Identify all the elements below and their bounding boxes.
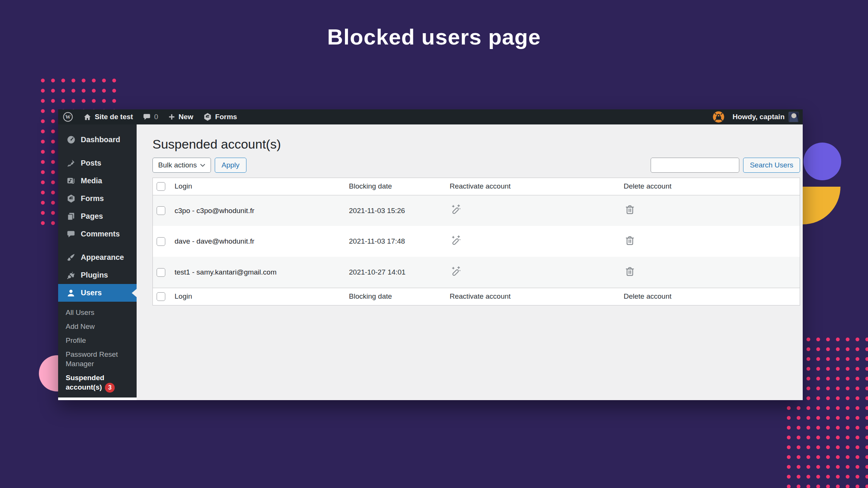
column-login: Login [175, 182, 192, 190]
sidebar-label-forms: Forms [81, 194, 104, 203]
column-reactivate: Reactivate account [450, 182, 511, 190]
plus-icon [168, 113, 175, 121]
comments-count: 0 [154, 113, 158, 121]
sidebar-label-comments: Comments [81, 230, 120, 238]
site-name: Site de test [95, 113, 133, 121]
blocking-date-value: 2021-10-27 14:01 [345, 257, 446, 288]
page-heading: Suspended account(s) [152, 137, 800, 152]
comments-indicator[interactable]: 0 [143, 113, 158, 121]
reactivate-wand-icon[interactable] [450, 204, 462, 216]
sidebar-item-forms[interactable]: Forms [58, 190, 137, 207]
sidebar-label-posts: Posts [81, 159, 101, 167]
sidebar-label-dashboard: Dashboard [81, 135, 120, 144]
table-footer-row: Login Blocking date Reactivate account D… [153, 288, 800, 305]
sidebar-item-comments[interactable]: Comments [58, 225, 137, 243]
sidebar-label-appearance: Appearance [81, 253, 124, 262]
reactivate-wand-icon[interactable] [450, 235, 462, 247]
search-users-button[interactable]: Search Users [743, 158, 800, 173]
wp-admin-window: W Site de test 0 New [58, 109, 803, 400]
admin-content: Suspended account(s) Bulk actions Apply … [137, 124, 803, 400]
security-lock-icon[interactable] [712, 110, 725, 123]
pages-icon [66, 212, 76, 221]
column-blocking-date: Blocking date [349, 182, 392, 190]
sidebar-label-users: Users [81, 289, 102, 297]
bulk-actions-label: Bulk actions [158, 161, 197, 169]
table-controls: Bulk actions Apply Search Users [152, 158, 800, 173]
pushpin-icon [66, 159, 76, 168]
wordpress-menu-button[interactable]: W [63, 112, 73, 122]
slide-background: Blocked users page W Site de test [0, 0, 868, 488]
media-icon [66, 176, 76, 186]
apply-button[interactable]: Apply [215, 158, 246, 173]
site-link[interactable]: Site de test [83, 113, 133, 121]
chevron-down-icon [199, 162, 206, 169]
column-blocking-date-bottom: Blocking date [349, 292, 392, 300]
home-icon [83, 113, 92, 121]
suspended-accounts-table: Login Blocking date Reactivate account D… [152, 178, 800, 305]
column-reactivate-bottom: Reactivate account [450, 292, 511, 300]
comment-bubble-icon [143, 113, 151, 121]
gravity-forms-menu-icon [66, 194, 76, 203]
dashboard-icon [66, 135, 76, 144]
reactivate-wand-icon[interactable] [450, 265, 462, 278]
gravity-forms-icon [203, 112, 212, 121]
bulk-actions-select[interactable]: Bulk actions [152, 158, 211, 173]
paintbrush-icon [66, 253, 76, 262]
column-delete: Delete account [624, 182, 672, 190]
menu-separator [58, 243, 137, 249]
submenu-suspended-label: Suspended account(s) [66, 374, 104, 391]
sidebar-label-media: Media [81, 176, 102, 185]
plugin-icon [66, 271, 76, 280]
admin-bar: W Site de test 0 New [58, 109, 803, 124]
select-all-checkbox[interactable] [157, 182, 165, 191]
menu-separator [58, 149, 137, 154]
column-delete-bottom: Delete account [624, 292, 672, 300]
sidebar-item-users[interactable]: Users [58, 284, 137, 302]
login-value: c3po - c3po@whodunit.fr [171, 195, 345, 226]
users-icon [66, 289, 76, 298]
table-row: test1 - samy.kantari@gmail.com 2021-10-2… [153, 257, 800, 288]
sidebar-item-pages[interactable]: Pages [58, 207, 137, 225]
wordpress-logo-icon: W [63, 112, 73, 122]
forms-bar-button[interactable]: Forms [203, 112, 237, 121]
row-checkbox[interactable] [157, 268, 165, 277]
submenu-all-users[interactable]: All Users [66, 305, 124, 319]
delete-trash-icon[interactable] [624, 235, 636, 247]
delete-trash-icon[interactable] [624, 204, 636, 216]
sidebar-label-pages: Pages [81, 212, 103, 221]
admin-frame: Dashboard Posts Media [58, 124, 803, 400]
howdy-greeting[interactable]: Howdy, captain [733, 113, 785, 121]
svg-text:W: W [65, 114, 71, 120]
select-all-checkbox-bottom[interactable] [157, 292, 165, 301]
sidebar-item-plugins[interactable]: Plugins [58, 266, 137, 284]
submenu-password-reset-manager[interactable]: Password Reset Manager [66, 347, 124, 371]
table-row: c3po - c3po@whodunit.fr 2021-11-03 15:26 [153, 195, 800, 226]
row-checkbox[interactable] [157, 206, 165, 215]
submenu-profile[interactable]: Profile [66, 333, 124, 347]
search-users-input[interactable] [651, 158, 739, 173]
login-value: test1 - samy.kantari@gmail.com [171, 257, 345, 288]
submenu-suspended-accounts[interactable]: Suspended account(s)3 [66, 371, 124, 395]
forms-bar-label: Forms [215, 113, 237, 121]
blocking-date-value: 2021-11-03 15:26 [345, 195, 446, 226]
table-header-row: Login Blocking date Reactivate account D… [153, 178, 800, 195]
row-checkbox[interactable] [157, 237, 165, 246]
login-value: dave - dave@whodunit.fr [171, 226, 345, 257]
sidebar-item-dashboard[interactable]: Dashboard [58, 131, 137, 149]
admin-menu: Dashboard Posts Media [58, 124, 137, 302]
admin-sidebar: Dashboard Posts Media [58, 124, 137, 400]
comments-icon [66, 230, 76, 239]
sidebar-item-media[interactable]: Media [58, 172, 137, 190]
users-submenu: All Users Add New Profile Password Reset… [58, 302, 137, 395]
submenu-add-new[interactable]: Add New [66, 319, 124, 333]
delete-trash-icon[interactable] [624, 265, 636, 278]
page-title: Blocked users page [0, 24, 868, 49]
sidebar-label-plugins: Plugins [81, 271, 108, 279]
user-avatar[interactable] [788, 112, 799, 122]
blocking-date-value: 2021-11-03 17:48 [345, 226, 446, 257]
suspended-count-badge: 3 [105, 383, 115, 393]
sidebar-item-appearance[interactable]: Appearance [58, 249, 137, 266]
new-content-button[interactable]: New [168, 113, 193, 121]
decor-purple-circle [803, 143, 841, 180]
sidebar-item-posts[interactable]: Posts [58, 154, 137, 172]
